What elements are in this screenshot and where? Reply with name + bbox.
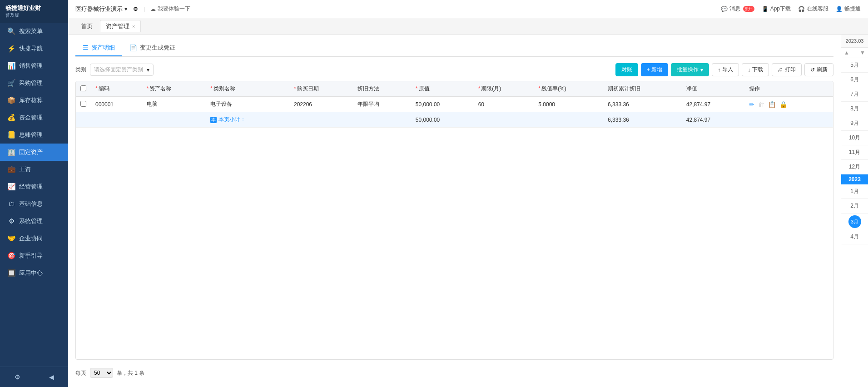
year-label: 2023 — [841, 174, 868, 184]
copy-icon[interactable]: 📋 — [768, 101, 776, 108]
sidebar-item-系统管理[interactable]: ⚙ 系统管理 — [0, 213, 68, 230]
right-panel-year: 2023.03 — [841, 35, 868, 48]
sidebar-icon: 📒 — [7, 131, 15, 139]
experience-label: 我要体验一下 — [158, 5, 190, 13]
sidebar-item-应用中心[interactable]: 🔲 应用中心 — [0, 264, 68, 282]
per-page-select[interactable]: 50 10 20 100 — [90, 368, 113, 378]
sub-tab-voucher[interactable]: 📄 变更生成凭证 — [122, 40, 183, 56]
batch-button[interactable]: 批量操作 ▾ — [671, 63, 709, 76]
right-panel: 2023.03 ▲ ▼ 5月6月7月8月9月10月11月12月20231月2月3… — [841, 35, 868, 387]
sidebar-item-企业协同[interactable]: 🤝 企业协同 — [0, 230, 68, 247]
row-checkbox[interactable] — [76, 97, 91, 112]
sidebar-item-label: 快捷导航 — [19, 45, 43, 53]
topbar-gear-icon[interactable]: ⚙ — [133, 6, 138, 12]
sidebar-item-库存核算[interactable]: 📦 库存核算 — [0, 92, 68, 109]
sidebar-item-销售管理[interactable]: 📊 销售管理 — [0, 57, 68, 74]
main-wrapper: 医疗器械行业演示 ▾ ⚙ | ☁ 我要体验一下 💬 消息 99+ 📱 App下载… — [68, 0, 868, 387]
message-btn[interactable]: 💬 消息 99+ — [721, 5, 754, 13]
refresh-icon: ↺ — [810, 67, 815, 73]
sidebar-item-label: 新手引导 — [19, 252, 43, 260]
list-icon: ☰ — [83, 44, 89, 51]
subtotal-original-value: 50,000.00 — [411, 112, 474, 128]
tab-close-icon[interactable]: × — [132, 24, 135, 29]
new-button[interactable]: + 新增 — [641, 63, 668, 76]
sidebar-item-搜索菜单[interactable]: 🔍 搜索菜单 — [0, 23, 68, 40]
active-month-item[interactable]: 3月 — [848, 215, 861, 228]
tab-asset-label: 资产管理 — [106, 22, 129, 30]
month-item[interactable]: 1月 — [841, 184, 868, 199]
sidebar-item-label: 采购管理 — [19, 79, 43, 87]
company-dropdown-icon: ▾ — [124, 5, 128, 12]
download-label: 下载 — [752, 66, 763, 74]
sidebar-item-经营管理[interactable]: 📈 经营管理 — [0, 178, 68, 195]
lock-icon[interactable]: 🔒 — [779, 101, 787, 108]
sidebar-item-采购管理[interactable]: 🛒 采购管理 — [0, 74, 68, 92]
sidebar-icon: 🎯 — [7, 252, 15, 260]
month-item[interactable]: 10月 — [841, 131, 868, 145]
company-selector[interactable]: 医疗器械行业演示 ▾ — [75, 5, 128, 13]
refresh-button[interactable]: ↺ 刷新 — [804, 63, 833, 76]
sub-tab-asset-detail[interactable]: ☰ 资产明细 — [75, 40, 122, 56]
sidebar-item-label: 系统管理 — [19, 217, 43, 225]
print-button[interactable]: 🖨 打印 — [772, 63, 802, 76]
app-download-btn[interactable]: 📱 App下载 — [762, 5, 791, 13]
delete-icon[interactable]: 🗑 — [758, 101, 764, 108]
asset-table: *编码 *资产名称 *类别名称 *购买日期 折旧方法 *原值 *期限(月) *残… — [75, 81, 833, 360]
row-initial-depreciation: 6,333.36 — [603, 97, 682, 112]
filter-category-select[interactable]: 请选择固定资产类别 ▾ — [90, 64, 154, 76]
sidebar-icon: 🗂 — [7, 200, 15, 208]
online-service-btn[interactable]: 🎧 在线客服 — [798, 5, 828, 13]
month-item[interactable]: 12月 — [841, 160, 868, 174]
header-actions: 操作 — [744, 81, 833, 97]
sidebar-bottom: ⚙ ◀ — [0, 367, 68, 387]
sidebar-item-基础信息[interactable]: 🗂 基础信息 — [0, 195, 68, 213]
month-item[interactable]: 4月 — [841, 230, 868, 244]
sub-tab-voucher-label: 变更生成凭证 — [140, 44, 175, 52]
collapse-icon[interactable]: ◀ — [46, 371, 57, 383]
row-residual-rate: 5.0000 — [534, 97, 603, 112]
settings-icon[interactable]: ⚙ — [12, 371, 23, 383]
row-name: 电脑 — [142, 97, 206, 112]
month-item[interactable]: 5月 — [841, 58, 868, 73]
edit-icon[interactable]: ✏ — [749, 101, 754, 108]
select-all-checkbox[interactable] — [80, 85, 86, 91]
month-item[interactable]: 7月 — [841, 87, 868, 102]
tab-home[interactable]: 首页 — [75, 20, 98, 32]
user-btn[interactable]: 👤 畅捷通 — [836, 5, 861, 13]
sidebar-item-label: 搜索菜单 — [19, 27, 43, 35]
row-actions: ✏ 🗑 📋 🔒 — [744, 97, 833, 112]
filter-bar: 类别 请选择固定资产类别 ▾ — [75, 64, 154, 76]
sidebar-item-新手引导[interactable]: 🎯 新手引导 — [0, 247, 68, 264]
reconcile-label: 对账 — [621, 66, 632, 74]
header-period: *期限(月) — [474, 81, 534, 97]
month-item[interactable]: 11月 — [841, 145, 868, 160]
sidebar-item-快捷导航[interactable]: ⚡ 快捷导航 — [0, 40, 68, 57]
sidebar-item-固定资产[interactable]: 🏢 固定资产 — [0, 144, 68, 161]
scroll-down-icon[interactable]: ▼ — [860, 50, 865, 56]
month-item[interactable]: 2月 — [841, 199, 868, 213]
tab-asset-management[interactable]: 资产管理 × — [100, 20, 141, 32]
experience-btn[interactable]: ☁ 我要体验一下 — [150, 5, 190, 13]
pagination: 每页 50 10 20 100 条，共 1 条 — [75, 364, 833, 382]
header-name: *资产名称 — [142, 81, 206, 97]
sidebar-item-总账管理[interactable]: 📒 总账管理 — [0, 126, 68, 144]
online-service-label: 在线客服 — [807, 5, 828, 13]
sub-tab-asset-label: 资产明细 — [91, 44, 115, 52]
subtotal-empty6 — [534, 112, 603, 128]
sidebar-item-资金管理[interactable]: 💰 资金管理 — [0, 109, 68, 126]
import-button[interactable]: ↑ 导入 — [712, 63, 739, 76]
download-button[interactable]: ↓ 下载 — [742, 63, 769, 76]
row-original-value: 50,000.00 — [411, 97, 474, 112]
reconcile-button[interactable]: 对账 — [615, 63, 638, 76]
month-item[interactable]: 9月 — [841, 116, 868, 131]
sidebar-icon: ⚡ — [7, 45, 15, 53]
sidebar-item-工资[interactable]: 💼 工资 — [0, 161, 68, 178]
row-category: 电子设备 — [206, 97, 289, 112]
month-active-wrapper[interactable]: 3月 — [841, 213, 868, 230]
header-checkbox[interactable] — [76, 81, 91, 97]
month-item[interactable]: 6月 — [841, 73, 868, 87]
scroll-up-icon[interactable]: ▲ — [844, 50, 849, 56]
month-item[interactable]: 8月 — [841, 102, 868, 116]
sidebar: 畅捷通好业财 普及版 🔍 搜索菜单⚡ 快捷导航📊 销售管理🛒 采购管理📦 库存核… — [0, 0, 68, 387]
tab-home-label: 首页 — [81, 22, 93, 30]
